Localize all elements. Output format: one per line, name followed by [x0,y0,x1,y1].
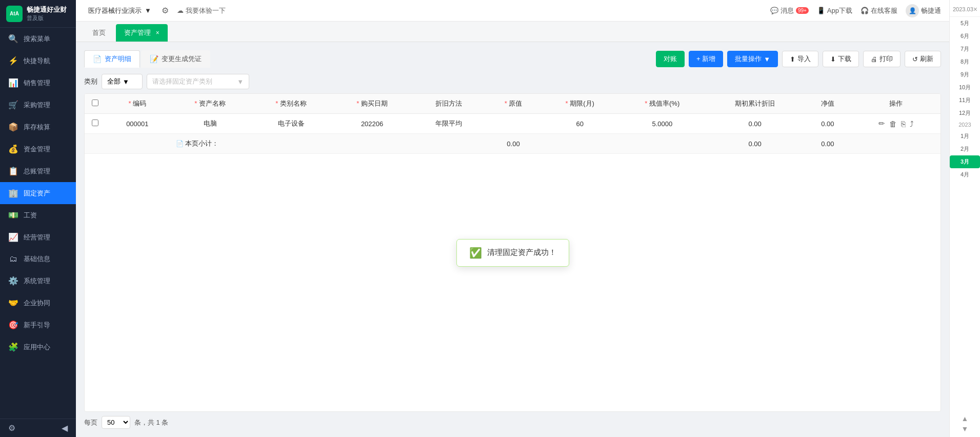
col-original-value: * 原值 [485,94,541,114]
more-icon[interactable]: ⤴ [910,120,914,128]
collapse-icon[interactable]: ◀ [62,423,68,433]
select-chevron-icon: ▼ [123,78,129,86]
experience-button[interactable]: ☁ 我要体验一下 [177,6,226,15]
tab-asset-mgmt[interactable]: 资产管理 × [116,24,168,42]
sidebar-item-sales[interactable]: 📊 销售管理 [0,72,76,94]
calendar-header: 2023.03 × ⤢ [950,2,980,17]
guide-icon: 🎯 [8,320,18,330]
edit-icon[interactable]: ✏ [878,119,885,128]
calendar-month-6[interactable]: 6月 [950,30,980,43]
sidebar-item-quick-nav[interactable]: ⚡ 快捷导航 [0,50,76,72]
input-chevron-icon: ▼ [237,78,244,86]
calendar-up-icon[interactable]: ▲ [962,414,969,423]
calendar-month-3-current[interactable]: 3月 [950,155,980,168]
subtotal-original-value: 0.00 [485,134,541,154]
tab-bar: 首页 资产管理 × [76,22,949,42]
calendar-month-2[interactable]: 2月 [950,143,980,155]
new-button[interactable]: + 新增 [689,51,723,67]
sidebar-item-ledger[interactable]: 📋 总账管理 [0,160,76,182]
subtotal-row: 📄 本页小计： 0.00 0.00 0.00 [85,134,941,154]
copy-icon[interactable]: ⎘ [901,120,906,128]
cell-code: 000001 [105,114,170,134]
col-initial-accumulated: 期初累计折旧 [706,94,804,114]
cell-depreciation: 年限平均 [413,114,486,134]
calendar-month-10[interactable]: 10月 [950,81,980,94]
col-purchase-date: * 购买日期 [332,94,413,114]
download-button[interactable]: ⬇ 下载 [823,51,859,67]
col-net-value: 净值 [804,94,851,114]
tab-home[interactable]: 首页 [84,24,114,42]
logo-icon: AtA [6,6,23,22]
calendar-down-icon[interactable]: ▼ [962,425,969,433]
message-icon: 💬 [770,7,778,14]
reconcile-button[interactable]: 对账 [656,51,685,67]
calendar-month-11[interactable]: 11月 [950,94,980,107]
batch-button[interactable]: 批量操作 ▼ [727,51,778,67]
cell-name: 电脑 [170,114,251,134]
calendar-month-12[interactable]: 12月 [950,107,980,120]
calendar-month-4[interactable]: 4月 [950,168,980,181]
sales-icon: 📊 [8,78,18,88]
calendar-month-9[interactable]: 9月 [950,68,980,81]
purchase-icon: 🛒 [8,100,18,110]
sub-tab-change-voucher[interactable]: 📝 变更生成凭证 [141,50,210,68]
sidebar-item-app-center[interactable]: 🧩 应用中心 [0,336,76,358]
sidebar-item-system[interactable]: ⚙️ 系统管理 [0,270,76,292]
sidebar-item-inventory[interactable]: 📦 库存核算 [0,116,76,138]
content-body: 📄 资产明细 📝 变更生成凭证 对账 + 新增 批量操作 [84,50,941,429]
delete-icon[interactable]: 🗑 [889,120,897,128]
sidebar-item-purchase[interactable]: 🛒 采购管理 [0,94,76,116]
calendar-close-icon[interactable]: × [973,5,977,13]
asset-detail-icon: 📄 [93,55,102,63]
action-icons: ✏ 🗑 ⎘ ⤴ [857,119,934,128]
sidebar-item-search[interactable]: 🔍 搜索菜单 [0,28,76,50]
cell-purchase-date: 202206 [332,114,413,134]
user-info[interactable]: 👤 畅捷通 [906,4,941,17]
finance-icon: 💰 [8,144,18,154]
online-service-button[interactable]: 🎧 在线客服 [861,6,897,15]
col-residual-rate: * 残值率(%) [618,94,706,114]
subtotal-net-value: 0.00 [804,134,851,154]
system-icon: ⚙️ [8,276,18,286]
sidebar-item-operations[interactable]: 📈 经营管理 [0,226,76,248]
print-button[interactable]: 🖨 打印 [863,51,901,67]
select-all-checkbox[interactable] [92,100,98,106]
app-download-button[interactable]: 📱 App下载 [817,6,852,15]
sidebar-item-guide[interactable]: 🎯 新手引导 [0,314,76,336]
sidebar-item-cooperation[interactable]: 🤝 企业协同 [0,292,76,314]
per-page-label: 每页 [84,418,97,427]
tab-close-icon[interactable]: × [156,29,159,36]
calendar-month-1[interactable]: 1月 [950,130,980,143]
table-container: * 编码 * 资产名称 * 类别名称 * 购买日期 折旧方法 * 原值 * 期限… [84,93,941,412]
sidebar-item-basic-info[interactable]: 🗂 基础信息 [0,248,76,270]
category-select-default[interactable]: 全部 ▼ [102,74,143,89]
calendar-month-8[interactable]: 8月 [950,55,980,68]
inventory-icon: 📦 [8,122,18,132]
change-voucher-icon: 📝 [150,55,158,63]
sidebar-item-fixed-assets[interactable]: 🏢 固定资产 [0,182,76,204]
row-checkbox[interactable] [92,120,98,126]
col-depreciation: 折旧方法 [413,94,486,114]
category-input[interactable]: 请选择固定资产类别 ▼ [147,74,249,89]
pagination-bar: 每页 50 10 20 100 条，共 1 条 [84,412,941,429]
company-selector[interactable]: 医疗器械行业演示 ▼ [84,4,155,17]
sidebar: AtA 畅捷通好业财 普及版 🔍 搜索菜单 ⚡ 快捷导航 📊 销售管理 🛒 采购… [0,0,76,437]
main-content: 医疗器械行业演示 ▼ ⚙ ☁ 我要体验一下 💬 消息 99+ 📱 App下载 🎧… [76,0,949,437]
logo-sub: 普及版 [27,14,67,22]
settings-icon[interactable]: ⚙ [8,423,15,433]
message-button[interactable]: 💬 消息 99+ [770,6,809,15]
calendar-month-7[interactable]: 7月 [950,43,980,55]
right-calendar-panel: 2023.03 × ⤢ 5月 6月 7月 8月 9月 10月 11月 12月 2… [949,0,980,437]
sidebar-item-finance[interactable]: 💰 资金管理 [0,138,76,160]
sub-tab-asset-detail[interactable]: 📄 资产明细 [84,50,140,68]
sidebar-item-payroll[interactable]: 💵 工资 [0,204,76,226]
sidebar-logo: AtA 畅捷通好业财 普及版 [0,0,76,28]
calendar-month-5[interactable]: 5月 [950,17,980,30]
sub-tabs: 📄 资产明细 📝 变更生成凭证 对账 + 新增 批量操作 [84,50,941,68]
import-button[interactable]: ⬆ 导入 [782,51,818,67]
refresh-button[interactable]: ↺ 刷新 [905,51,941,67]
subtotal-initial-accumulated: 0.00 [706,134,804,154]
per-page-select[interactable]: 50 10 20 100 [102,416,130,429]
quick-nav-icon: ⚡ [8,56,18,66]
header-settings-icon[interactable]: ⚙ [162,6,169,15]
